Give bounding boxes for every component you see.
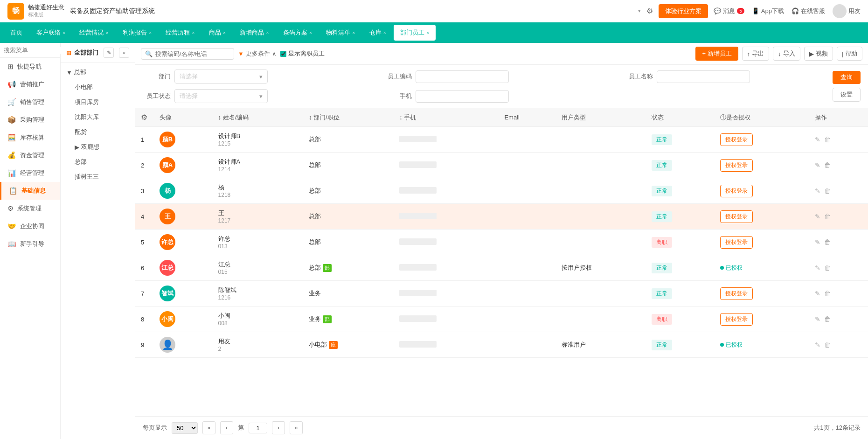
system-title-dropdown[interactable]: ▾: [638, 8, 641, 14]
query-btn[interactable]: 查询: [833, 71, 861, 84]
sidebar-item-sales[interactable]: 🛒 销售管理: [0, 93, 60, 111]
close-icon[interactable]: ×: [383, 30, 386, 35]
sidebar-item-marketing[interactable]: 📢 营销推广: [0, 76, 60, 93]
filter-emp-name-input[interactable]: [657, 70, 750, 83]
online-service-btn[interactable]: 🎧 在线客服: [792, 7, 825, 15]
tab-warehouse[interactable]: 仓库 ×: [363, 25, 393, 41]
edit-icon[interactable]: ✎: [815, 213, 820, 220]
filter-dept-select[interactable]: 请选择 ▾: [174, 70, 268, 84]
auth-login-btn[interactable]: 授权登录: [720, 133, 753, 146]
close-icon[interactable]: ×: [192, 30, 194, 35]
page-number-input[interactable]: [249, 423, 267, 433]
total-info: 共1页，12条记录: [814, 424, 861, 432]
first-page-btn[interactable]: «: [202, 421, 215, 434]
auth-login-btn[interactable]: 授权登录: [720, 313, 753, 326]
edit-icon[interactable]: ✎: [815, 161, 820, 169]
delete-icon[interactable]: 🗑: [824, 290, 831, 297]
prev-page-btn[interactable]: ‹: [220, 421, 233, 434]
search-input[interactable]: [155, 50, 230, 57]
more-filter-btn[interactable]: ▼ 更多条件 ∧: [238, 49, 277, 58]
sidebar-item-basic-info[interactable]: 📋 基础信息: [0, 182, 60, 200]
add-employee-btn[interactable]: + 新增员工: [695, 47, 738, 61]
tab-history[interactable]: 经营历程 ×: [159, 25, 201, 41]
edit-icon[interactable]: ✎: [815, 187, 820, 195]
close-icon[interactable]: ×: [266, 30, 269, 35]
user-area[interactable]: 用友: [833, 4, 861, 18]
per-page-select[interactable]: 50 100 200: [172, 422, 198, 434]
tab-add-goods[interactable]: 新增商品 ×: [233, 25, 275, 41]
delete-icon[interactable]: 🗑: [824, 187, 831, 195]
edit-icon[interactable]: ✎: [815, 136, 820, 143]
edit-icon[interactable]: ✎: [815, 315, 820, 323]
edit-icon[interactable]: ✎: [815, 341, 820, 348]
experience-btn[interactable]: 体验行业方案: [659, 4, 708, 18]
export-btn[interactable]: ↑ 导出: [742, 47, 770, 61]
close-icon[interactable]: ×: [62, 30, 65, 35]
col-name[interactable]: ↕ 姓名/编码: [213, 108, 303, 127]
tab-profit[interactable]: 利润报告 ×: [116, 25, 158, 41]
delete-icon[interactable]: 🗑: [824, 213, 831, 220]
sidebar-item-quick-nav[interactable]: ⊞ 快捷导航: [0, 58, 60, 76]
close-icon[interactable]: ×: [352, 30, 355, 35]
dept-collapse-btn[interactable]: «: [119, 48, 129, 58]
filter-emp-code-input[interactable]: [416, 70, 509, 83]
dept-node-root[interactable]: ▼ 总部: [61, 65, 135, 80]
dept-node-zongbu[interactable]: 总部: [61, 154, 135, 169]
auth-login-btn[interactable]: 授权登录: [720, 236, 753, 249]
dept-node-xiaodian[interactable]: 小电部: [61, 80, 135, 95]
gear-icon[interactable]: ⚙: [646, 7, 653, 15]
import-btn[interactable]: ↓ 导入: [773, 47, 800, 61]
tab-home[interactable]: 首页: [4, 25, 29, 41]
dept-node-shenyang[interactable]: 沈阳大库: [61, 110, 135, 125]
delete-icon[interactable]: 🗑: [824, 238, 831, 246]
delete-icon[interactable]: 🗑: [824, 136, 831, 143]
dept-edit-btn[interactable]: ✎: [104, 48, 114, 58]
col-dept[interactable]: ↕ 部门/职位: [303, 108, 394, 127]
delete-icon[interactable]: 🗑: [824, 341, 831, 348]
close-icon[interactable]: ×: [105, 30, 108, 35]
sidebar-item-guide[interactable]: 📖 新手引导: [0, 235, 60, 253]
sidebar-item-inventory[interactable]: 🧮 库存核算: [0, 129, 60, 146]
app-download-btn[interactable]: 📱 App下载: [752, 7, 784, 15]
auth-login-btn[interactable]: 授权登录: [720, 159, 753, 172]
message-btn[interactable]: 💬 消息 5: [714, 7, 744, 15]
col-phone[interactable]: ↕ 手机: [394, 108, 499, 127]
close-icon[interactable]: ×: [149, 30, 152, 35]
auth-login-btn[interactable]: 授权登录: [720, 185, 753, 197]
tab-operation[interactable]: 经营情况 ×: [73, 25, 115, 41]
help-btn[interactable]: | 帮助: [837, 47, 862, 61]
dept-node-chashuwang[interactable]: 插树王三: [61, 169, 135, 184]
close-icon[interactable]: ×: [309, 30, 312, 35]
tab-customer[interactable]: 客户联络 ×: [30, 25, 72, 41]
tab-goods[interactable]: 商品 ×: [202, 25, 232, 41]
auth-login-btn[interactable]: 授权登录: [720, 287, 753, 300]
dept-node-peihuo[interactable]: 配货: [61, 125, 135, 139]
delete-icon[interactable]: 🗑: [824, 161, 831, 169]
edit-icon[interactable]: ✎: [815, 238, 820, 246]
delete-icon[interactable]: 🗑: [824, 315, 831, 323]
close-icon[interactable]: ×: [223, 30, 226, 35]
filter-phone-input[interactable]: [416, 90, 509, 103]
dept-node-shuanglu[interactable]: ▶ 双鹿想: [61, 139, 135, 154]
tab-barcode[interactable]: 条码方案 ×: [277, 25, 319, 41]
auth-login-btn[interactable]: 授权登录: [720, 210, 753, 223]
tab-dept-employee[interactable]: 部门员工 ×: [394, 25, 436, 41]
next-page-btn[interactable]: ›: [272, 421, 285, 434]
edit-icon[interactable]: ✎: [815, 264, 820, 272]
view-btn[interactable]: ▶ 视频: [804, 47, 833, 61]
reset-btn[interactable]: 设置: [833, 88, 861, 102]
tab-bom[interactable]: 物料清单 ×: [319, 25, 361, 41]
filter-status-select[interactable]: 请选择 ▾: [174, 89, 268, 103]
col-settings-icon[interactable]: ⚙: [141, 113, 147, 121]
dept-node-project[interactable]: 项目库房: [61, 95, 135, 110]
sidebar-item-operation[interactable]: 📊 经营管理: [0, 164, 60, 182]
show-resign-checkbox[interactable]: [280, 51, 286, 57]
last-page-btn[interactable]: »: [290, 421, 303, 434]
sidebar-item-collab[interactable]: 🤝 企业协同: [0, 217, 60, 235]
edit-icon[interactable]: ✎: [815, 290, 820, 297]
sidebar-item-purchase[interactable]: 📦 采购管理: [0, 111, 60, 129]
sidebar-item-system[interactable]: ⚙ 系统管理: [0, 200, 60, 217]
sidebar-item-finance[interactable]: 💰 资金管理: [0, 146, 60, 164]
delete-icon[interactable]: 🗑: [824, 264, 831, 272]
close-icon[interactable]: ×: [426, 30, 429, 35]
